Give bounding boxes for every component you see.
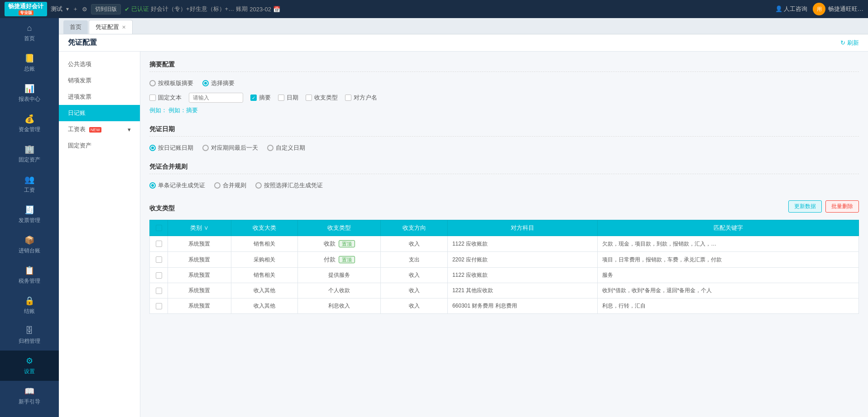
update-data-button[interactable]: 更新数据: [788, 200, 822, 213]
radio-journal-date[interactable]: 按日记账日期: [149, 144, 193, 152]
row-checkbox-5[interactable]: [150, 299, 168, 314]
sidebar-item-archive[interactable]: 🗄 归档管理: [0, 321, 59, 351]
sidebar-item-report[interactable]: 📊 报表中心: [0, 78, 59, 109]
left-nav-public[interactable]: 公共选项: [59, 56, 140, 72]
inner-layout: 公共选项 销项发票 进项发票 日记账 工资表 NEW: [59, 52, 868, 417]
left-nav-journal[interactable]: 日记账: [59, 105, 140, 121]
sidebar-item-purchase[interactable]: 📦 进销台账: [0, 230, 59, 260]
voucher-date-radio-group: 按日记账日期 对应期间最后一天 自定义日期: [149, 144, 859, 152]
summary-radio-group: 按模板版摘要 选择摘要: [149, 79, 859, 87]
radio-merge[interactable]: 合并规则: [214, 181, 246, 190]
sidebar-item-newbie[interactable]: 📖 新手引导: [0, 381, 59, 411]
income-expense-title: 收支类型: [149, 204, 175, 213]
income-expense-section: 收支类型 更新数据 批量删除: [149, 200, 859, 314]
row-subject-1: 1122 应收账款: [447, 236, 597, 252]
table-header-checkbox[interactable]: [150, 220, 168, 236]
cb-box-date: [278, 95, 284, 101]
refresh-button[interactable]: ↻ 刷新: [840, 39, 859, 47]
row-checkbox-4[interactable]: [150, 283, 168, 299]
cb-summary[interactable]: ✓ 摘要: [250, 94, 271, 102]
radio-checked: [149, 145, 156, 151]
tab-home[interactable]: 首页: [63, 20, 88, 34]
sidebar-item-home[interactable]: ⌂ 首页: [0, 18, 59, 48]
cb-pay-type[interactable]: 收支类型: [306, 94, 338, 102]
radio-select-summary[interactable]: 选择摘要: [202, 79, 235, 87]
radio-circle-checked: [202, 80, 209, 86]
guide-icon: 📖: [24, 386, 34, 396]
radio-custom-date[interactable]: 自定义日期: [267, 144, 305, 152]
left-nav-purchase-inv[interactable]: 进项发票: [59, 89, 140, 105]
sidebar-item-invoice[interactable]: 🧾 发票管理: [0, 199, 59, 230]
sidebar-item-ledger[interactable]: 📒 总账: [0, 48, 59, 78]
radio-template-summary[interactable]: 按模板版摘要: [149, 79, 193, 87]
radio-period-last[interactable]: 对应期间最后一天: [202, 144, 258, 152]
cb-counterpart[interactable]: 对方户名: [345, 94, 377, 102]
help-button[interactable]: 👤 人工咨询: [775, 5, 807, 13]
company-name: 测试: [51, 5, 62, 13]
voucher-date-section: 凭证日期 按日记账日期 对应期间最后一天: [149, 125, 859, 152]
batch-delete-button[interactable]: 批量删除: [825, 200, 859, 213]
sidebar-item-payroll[interactable]: 👥 工资: [0, 169, 59, 199]
left-nav-fixed-asset[interactable]: 固定资产: [59, 137, 140, 154]
cb-fixed-text[interactable]: 固定文本: [149, 94, 182, 102]
cb-box-pay-type: [306, 95, 312, 101]
radio-merge-unchecked: [214, 182, 221, 189]
sidebar-item-close[interactable]: 🔒 结账: [0, 290, 59, 321]
refresh-icon: ↻: [840, 39, 845, 46]
row-checkbox-2[interactable]: [150, 252, 168, 268]
sidebar-item-fund[interactable]: 💰 资金管理: [0, 109, 59, 139]
radio-summary-gen-unchecked: [255, 182, 262, 189]
row-category-1: 系统预置: [168, 236, 231, 252]
sidebar-item-settings[interactable]: ⚙ 设置: [0, 351, 59, 381]
voucher-merge-title: 凭证合并规则: [149, 163, 859, 174]
status-tags: ✔ 已认证 好会计（专）+好生意（标）+… 账期 2023-02 📅: [125, 5, 280, 13]
sidebar-item-tax[interactable]: 📋 税务管理: [0, 260, 59, 290]
row-direction-1: 收入: [381, 236, 448, 252]
row-keywords-4: 收到*借款，收到*备用金，退回*备用金，个人: [598, 283, 859, 299]
table-row: 系统预置 收入其他 利息收入 收入 660301 财务费用 利息费用 利息，行转…: [150, 299, 859, 314]
row-type-1: 收款 置顶: [298, 236, 381, 252]
summary-config-title: 摘要配置: [149, 61, 859, 72]
settings-icon[interactable]: ⚙: [82, 6, 87, 13]
report-icon: 📊: [24, 84, 34, 94]
select-all-checkbox[interactable]: [156, 225, 162, 231]
fixed-text-input[interactable]: [189, 93, 243, 103]
company-dropdown-icon[interactable]: ▾: [66, 6, 69, 12]
tab-voucher-config[interactable]: 凭证配置 ✕: [89, 20, 133, 34]
main-layout: ⌂ 首页 📒 总账 📊 报表中心 💰 资金管理 🏢 固定资产 👥 工资 🧾 发票…: [0, 18, 868, 417]
calendar-icon[interactable]: 📅: [273, 6, 280, 13]
expand-icon: ▾: [128, 126, 131, 133]
avatar: 用: [813, 3, 825, 15]
radio-unchecked: [202, 145, 209, 151]
radio-single[interactable]: 单条记录生成凭证: [149, 181, 205, 190]
row-direction-5: 收入: [381, 299, 448, 314]
cb-box-checked: ✓: [250, 95, 257, 101]
table-header-direction: 收支方向: [381, 220, 448, 236]
cb-box: [149, 95, 156, 101]
row-category-4: 系统预置: [168, 283, 231, 299]
row-direction-2: 支出: [381, 252, 448, 268]
old-version-button[interactable]: 切到旧版: [91, 4, 121, 14]
sidebar-item-member[interactable]: ★ 畅会员: [0, 411, 59, 417]
table-header-big-type: 收支大类: [231, 220, 298, 236]
voucher-date-title: 凭证日期: [149, 125, 859, 137]
left-nav-sales[interactable]: 销项发票: [59, 72, 140, 89]
topbar: 畅捷通好会计 专业版 测试 ▾ ＋ ⚙ 切到旧版 ✔ 已认证 好会计（专）+好生…: [0, 0, 868, 18]
voucher-merge-radio-group: 单条记录生成凭证 合并规则 按照选择汇总生成凭证: [149, 181, 859, 190]
row-checkbox-1[interactable]: [150, 236, 168, 252]
row-checkbox-3[interactable]: [150, 268, 168, 283]
radio-summary-gen[interactable]: 按照选择汇总生成凭证: [255, 181, 323, 190]
tab-close-icon[interactable]: ✕: [122, 24, 126, 30]
app-logo: 畅捷通好会计 专业版: [5, 2, 47, 17]
row-subject-3: 1122 应收账款: [447, 268, 597, 283]
radio-circle: [149, 80, 156, 86]
row-big-type-1: 销售相关: [231, 236, 298, 252]
row-category-5: 系统预置: [168, 299, 231, 314]
row-big-type-4: 收入其他: [231, 283, 298, 299]
user-menu[interactable]: 用 畅捷通旺旺…: [813, 3, 863, 15]
cb-date[interactable]: 日期: [278, 94, 298, 102]
add-icon[interactable]: ＋: [72, 5, 78, 13]
sidebar-item-asset[interactable]: 🏢 固定资产: [0, 139, 59, 169]
left-nav-payroll-sheet[interactable]: 工资表 NEW ▾: [59, 121, 140, 137]
tab-bar: 首页 凭证配置 ✕: [59, 18, 868, 34]
